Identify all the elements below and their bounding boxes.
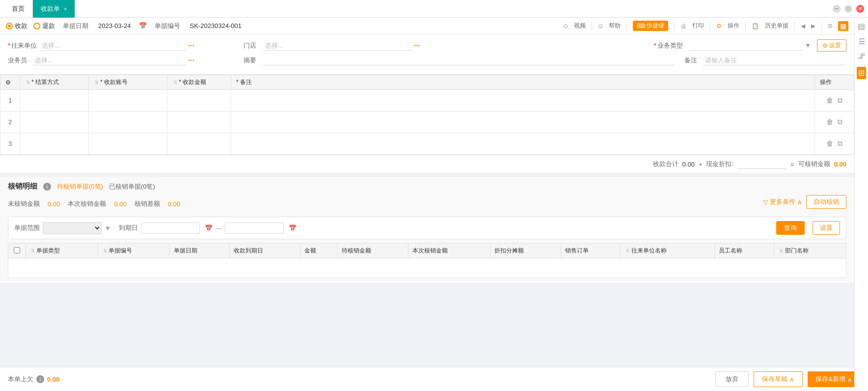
sidebar-frame-icon[interactable]: ⊞	[857, 67, 866, 79]
abandon-btn[interactable]: 放弃	[715, 371, 749, 387]
counterpart-ellipsis[interactable]: ···	[188, 41, 194, 50]
calendar-from-icon[interactable]: 📅	[205, 224, 213, 232]
arrow-right-icon[interactable]: ▶	[811, 23, 815, 29]
date-from-input[interactable]: 2022-04-01	[141, 223, 200, 234]
store-ellipsis[interactable]: ···	[414, 41, 420, 50]
account-input-1[interactable]	[89, 90, 167, 111]
search-setting-btn[interactable]: 设置	[813, 221, 840, 235]
sidebar-table-icon[interactable]: ▤	[858, 22, 865, 31]
amount-input-1[interactable]	[167, 90, 231, 111]
calendar-to-icon[interactable]: 📅	[289, 224, 297, 232]
restore-btn[interactable]: □	[844, 5, 852, 13]
radio-refund[interactable]: 退款	[33, 22, 55, 30]
setting-btn[interactable]: ⚙ 设置	[817, 39, 846, 52]
select-all-checkbox[interactable]	[14, 247, 20, 253]
video-btn[interactable]: 视频	[574, 22, 586, 30]
settle-input-1[interactable]	[20, 90, 88, 111]
copy-icon-1[interactable]: ⧉	[838, 96, 842, 104]
doc-num-header: ⇅ 单据编号	[98, 244, 170, 258]
verify-header: 核销明细 i 待核销单据(0笔) 已核销单据(0笔)	[8, 182, 846, 191]
discount-input[interactable]	[737, 159, 787, 169]
empty-cell	[8, 258, 846, 278]
menu-icon[interactable]: ≡	[828, 22, 832, 30]
query-btn[interactable]: 查询	[776, 221, 805, 235]
settle-input-3[interactable]	[20, 133, 88, 154]
operation-btn[interactable]: 操作	[728, 22, 739, 30]
delete-icon-1[interactable]: 🗑	[826, 96, 833, 104]
amount-cell-1[interactable]	[167, 90, 231, 112]
print-btn-label: 打印	[692, 22, 704, 30]
due-date-col-header: 收款到期日	[229, 244, 300, 258]
tab-receipts[interactable]: 收款单 ×	[33, 0, 75, 18]
delete-icon-3[interactable]: 🗑	[826, 140, 833, 147]
tab-home[interactable]: 首页	[4, 0, 33, 18]
tab-close-btn[interactable]: ×	[64, 6, 67, 12]
business-type-input[interactable]: 预收款	[689, 41, 803, 51]
account-cell-2[interactable]	[89, 112, 167, 133]
account-input-3[interactable]	[89, 133, 167, 154]
net-value: 0.00	[834, 161, 846, 168]
save-draft-btn[interactable]: 保存草稿 ∧	[754, 371, 803, 387]
account-cell-3[interactable]	[89, 133, 167, 155]
sidebar-clip-icon[interactable]: 🖇	[858, 52, 866, 61]
account-input-2[interactable]	[89, 112, 167, 133]
remark-input-1[interactable]	[231, 90, 814, 111]
save-draft-label: 保存草稿	[762, 375, 787, 384]
settle-header: ⇅ * 结算方式	[20, 75, 89, 90]
settle-cell-2[interactable]	[20, 112, 89, 133]
amount-input-3[interactable]	[167, 133, 231, 154]
checkbox-header[interactable]	[8, 244, 26, 258]
tab-pending[interactable]: 待核销单据(0笔)	[57, 182, 103, 191]
history-btn[interactable]: 历史单据	[765, 22, 788, 30]
unverified-amount-label: 未核销金额	[8, 199, 40, 208]
save-new-btn[interactable]: 保存&新增 ∧	[808, 371, 860, 387]
range-select[interactable]	[43, 222, 102, 234]
copy-icon-2[interactable]: ⧉	[838, 118, 842, 126]
gear-header[interactable]: ⚙	[0, 75, 20, 90]
business-type-arrow[interactable]: ▼	[805, 42, 811, 49]
store-input[interactable]	[263, 41, 412, 51]
remark-cell-3[interactable]	[231, 133, 815, 155]
grid-icon[interactable]: ▦	[838, 21, 848, 31]
shortcut-btn[interactable]: ⌨ 快捷键	[633, 21, 668, 31]
remark-input[interactable]	[703, 56, 846, 65]
settle-input-2[interactable]	[20, 112, 88, 133]
copy-icon-3[interactable]: ⧉	[838, 140, 842, 147]
current-verify-label: 本次核销金额	[68, 199, 106, 208]
info-icon-footer[interactable]: i	[36, 375, 44, 383]
arrow-left-icon[interactable]: ◀	[801, 23, 805, 29]
account-cell-1[interactable]	[89, 90, 167, 112]
amount-cell-2[interactable]	[167, 112, 231, 133]
discount-share-header: 折扣分摊额	[490, 244, 561, 258]
settle-cell-1[interactable]	[20, 90, 89, 112]
auto-verify-btn[interactable]: 自动核销	[806, 195, 846, 209]
summary-label: 摘要	[244, 56, 256, 65]
date-to-input[interactable]: 2022-04-12	[225, 223, 284, 234]
delete-icon-2[interactable]: 🗑	[826, 118, 833, 126]
remark-input-2[interactable]	[231, 112, 814, 133]
counterpart-input[interactable]	[40, 41, 186, 51]
remark-cell-2[interactable]	[231, 112, 815, 133]
more-conditions-btn[interactable]: ▽ 更多条件 ∧	[763, 197, 802, 206]
summary-row: 收款合计 0.00 + 现金折扣: = 可核销金额 0.00	[0, 155, 854, 173]
staff-ellipsis[interactable]: ···	[188, 56, 194, 65]
range-dropdown-arrow[interactable]: ▼	[105, 224, 111, 232]
summary-input[interactable]	[263, 56, 675, 65]
print-btn[interactable]: 打印	[692, 22, 704, 30]
remark-input-3[interactable]	[231, 133, 814, 154]
sidebar-list-icon[interactable]: ☰	[858, 37, 865, 46]
settle-cell-3[interactable]	[20, 133, 89, 155]
help-btn[interactable]: 帮助	[609, 22, 621, 30]
amount-cell-3[interactable]	[167, 133, 231, 155]
staff-input[interactable]	[33, 56, 186, 65]
action-cell-3: 🗑 ⧉	[815, 133, 854, 155]
close-btn[interactable]: ✕	[856, 5, 864, 13]
calendar-icon[interactable]: 📅	[139, 22, 147, 29]
amount-input-2[interactable]	[167, 112, 231, 133]
receipt-type-radio-group: 收款 退款	[6, 22, 55, 30]
minimize-btn[interactable]: ─	[833, 5, 841, 13]
verify-info-icon[interactable]: i	[43, 183, 51, 191]
radio-receipt[interactable]: 收款	[6, 22, 27, 30]
tab-verified[interactable]: 已核销单据(0笔)	[109, 182, 155, 191]
remark-cell-1[interactable]	[231, 90, 815, 112]
